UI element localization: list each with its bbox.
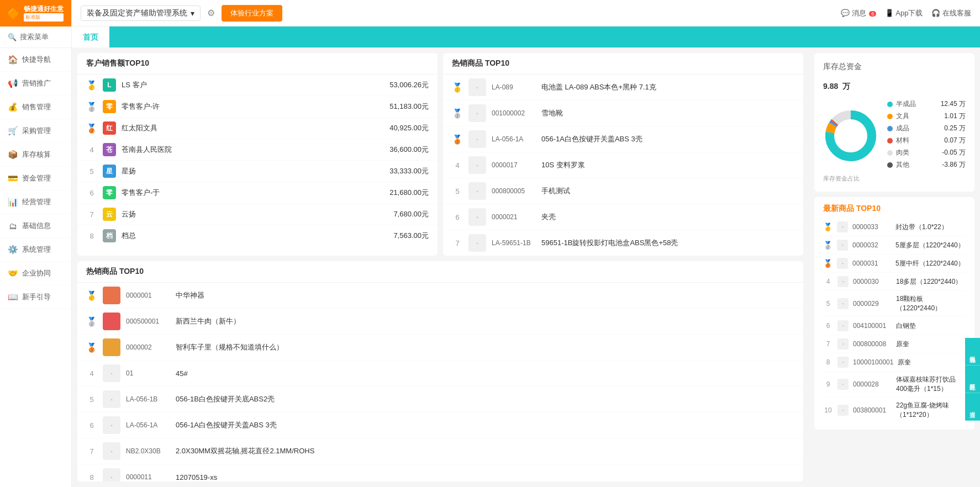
hot-product-row: 🥈000500001新西兰牛肉（新牛） [77, 309, 803, 335]
hot-product-row: 4▪0145# [77, 361, 803, 387]
product-name: 夹壳 [541, 212, 794, 222]
customer-amount: 7,680.00元 [393, 209, 429, 219]
sidebar-nav-item-3[interactable]: 🛒采购管理 [0, 119, 71, 143]
float-service-community[interactable]: 服务社区 [965, 366, 980, 393]
rank-number: 6 [452, 213, 463, 221]
float-service-live[interactable]: 直播 [965, 393, 980, 421]
product-name: 45# [176, 369, 794, 378]
inventory-subtitle: 库存资金占比 [823, 174, 966, 183]
product-code: 01 [126, 369, 170, 377]
nav-icon-7: 🗂 [8, 221, 18, 231]
customer-name: 云扬 [122, 209, 388, 219]
sidebar-nav-item-0[interactable]: 🏠快捷导航 [0, 48, 71, 72]
nav-label-4: 库存核算 [22, 150, 51, 160]
app-download-link[interactable]: 📱 App下载 [885, 8, 923, 18]
rank-number: 5 [86, 395, 97, 404]
product-name: 原奎 [898, 358, 966, 367]
product-thumb: ▪ [837, 221, 848, 232]
hot-product-row: 8▪000001112070519-xs [77, 464, 803, 481]
sidebar-search[interactable]: 🔍 搜索菜单 [0, 27, 71, 48]
newest-product-row: 9▪0000028体碳嘉枝味苏打饮品400毫升（1*15） [823, 372, 966, 398]
app-badge: 标准版 [24, 13, 64, 22]
product-name: 12070519-xs [176, 473, 794, 481]
rank-number: 8 [823, 358, 833, 366]
medal-bronze-icon: 🥉 [452, 134, 463, 145]
headset-icon: 🎧 [931, 9, 940, 17]
medal-gold-icon: 🥇 [86, 80, 97, 91]
system-selector[interactable]: 装备及固定资产辅助管理系统 ▾ [81, 6, 201, 21]
nav-label-1: 营销推广 [22, 78, 51, 88]
legend-row: 肉类-0.05 万 [887, 148, 966, 157]
product-code: 0000002 [126, 343, 170, 351]
nav-label-8: 系统管理 [22, 245, 51, 255]
sidebar-nav-item-10[interactable]: 📖新手引导 [0, 285, 71, 309]
product-thumb: ▪ [468, 130, 486, 148]
rank-number: 10 [823, 406, 833, 414]
product-code: 001000002 [492, 109, 536, 117]
sidebar: 🔶 畅捷通好生意 标准版 🔍 搜索菜单 🏠快捷导航📢营销推广💰销售管理🛒采购管理… [0, 0, 72, 487]
customer-name: 红太阳文具 [122, 123, 384, 133]
donut-legend: 半成品12.45 万文具1.01 万成品0.25 万材料0.07 万肉类-0.0… [887, 99, 966, 172]
inventory-panel: 库存总资金 9.88 万 [814, 53, 974, 192]
newest-product-row: 8▪10000100001原奎 [823, 353, 966, 372]
product-thumb: ▪ [468, 104, 486, 122]
customer-avatar: 苍 [103, 143, 116, 156]
sidebar-nav-item-1[interactable]: 📢营销推广 [0, 72, 71, 96]
legend-row: 其他-3.86 万 [887, 160, 966, 170]
messages-link[interactable]: 💬 消息 6 [841, 8, 876, 18]
customer-name: 苍南县人民医院 [122, 145, 384, 155]
product-thumb: ▪ [103, 468, 120, 481]
product-code: 000500001 [126, 317, 170, 325]
product-thumb: ▪ [103, 364, 120, 382]
customer-avatar: 档 [103, 229, 116, 242]
sidebar-nav-item-8[interactable]: ⚙️系统管理 [0, 238, 71, 262]
donut-chart [823, 108, 878, 163]
online-service-link[interactable]: 🎧 在线客服 [931, 8, 971, 18]
tab-home[interactable]: 首页 [72, 27, 109, 47]
settings-icon[interactable]: ⚙ [207, 8, 215, 18]
product-sales-row: 5▪000800005手机测试 [443, 178, 803, 204]
product-name: 22g鱼豆腐-烧烤味（1*12*20） [896, 401, 966, 420]
product-thumb: ▪ [103, 390, 120, 408]
customer-row: 🥇LLS 客户53,006.26元 [77, 75, 438, 96]
customer-row: 7云云扬7,680.00元 [77, 204, 438, 225]
customer-avatar: L [103, 78, 116, 92]
customer-avatar: 零 [103, 186, 116, 199]
nav-icon-10: 📖 [8, 292, 18, 302]
product-code: 0000017 [492, 161, 536, 169]
legend-label: 成品 [896, 124, 941, 133]
product-name: 056-1B白色按键开关底ABS2壳 [176, 394, 794, 404]
trial-button[interactable]: 体验行业方案 [222, 5, 282, 22]
medal-bronze-icon: 🥉 [823, 259, 833, 268]
product-thumb: ▪ [468, 182, 486, 200]
nav-icon-0: 🏠 [8, 55, 18, 65]
product-code: 0000011 [126, 473, 170, 481]
sidebar-nav-item-5[interactable]: 💳资金管理 [0, 167, 71, 190]
app-name: 畅捷通好生意 [24, 5, 64, 14]
product-name: 18多层（1220*2440） [896, 277, 966, 287]
medal-gold-icon: 🥇 [452, 82, 463, 93]
sidebar-nav-item-9[interactable]: 🤝企业协同 [0, 262, 71, 285]
topbar-right: 💬 消息 6 📱 App下载 🎧 在线客服 [841, 8, 971, 18]
donut-container: 半成品12.45 万文具1.01 万成品0.25 万材料0.07 万肉类-0.0… [823, 99, 966, 172]
float-service-hotline[interactable]: 客服热线 [965, 338, 980, 366]
legend-row: 成品0.25 万 [887, 124, 966, 133]
sidebar-nav-item-7[interactable]: 🗂基础信息 [0, 214, 71, 238]
rank-number: 4 [86, 146, 97, 154]
product-thumb [103, 338, 120, 356]
rank-number: 9 [823, 380, 833, 388]
sidebar-nav-item-2[interactable]: 💰销售管理 [0, 96, 71, 119]
sidebar-nav-item-4[interactable]: 📦库存核算 [0, 143, 71, 167]
nav-label-2: 销售管理 [22, 102, 51, 112]
sidebar-nav-item-6[interactable]: 📊经营管理 [0, 190, 71, 214]
newest-product-row: 6▪004100001白钢垫 [823, 317, 966, 335]
product-code: NB2.0X30B [126, 447, 170, 455]
customer-amount: 51,183.00元 [389, 102, 429, 112]
message-icon: 💬 [841, 9, 850, 17]
rank-number: 8 [86, 473, 97, 481]
rank-number: 6 [86, 189, 97, 197]
customer-name: 零售客户-于 [122, 188, 384, 198]
medal-gold-icon: 🥇 [823, 223, 833, 231]
product-code: 003800001 [853, 406, 892, 414]
product-name: 2.0X30MM双摇花轴,摇花直径2.1MM/ROHS [176, 446, 794, 456]
